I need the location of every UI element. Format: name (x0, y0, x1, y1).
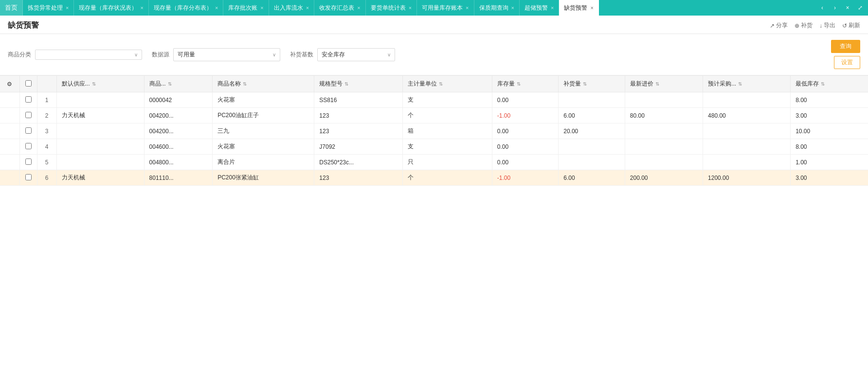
row-estimated-purchase-5: 1200.00 (703, 170, 791, 186)
filter-category-label: 商品分类 (8, 51, 31, 59)
header-checkbox[interactable] (25, 80, 32, 87)
th-replenish[interactable]: 补货量 ⇅ (559, 76, 625, 92)
row-name-1: PC200油缸庄子 (213, 108, 314, 123)
row-supplier-1: 力天机械 (56, 108, 144, 123)
tab-inventory-dist-close[interactable]: × (215, 5, 218, 11)
row-checkbox-cell-0 (19, 92, 37, 108)
tab-inventory-dist-label: 现存量（库存分布表） (154, 4, 212, 12)
tab-receipt-summary-close[interactable]: × (357, 5, 360, 11)
row-supplier-5: 力天机械 (56, 170, 144, 186)
table-container: ⚙ 默认供应... ⇅ 商品... (0, 75, 868, 186)
tab-inout-flow[interactable]: 出入库流水 × (269, 0, 314, 16)
row-checkbox-2[interactable] (25, 127, 32, 134)
tab-order-stats[interactable]: 要货单统计表 × (366, 0, 417, 16)
table-row: 5 004800... 离合片 DS250*23c... 只 0.00 1.00 (0, 155, 868, 170)
nav-prev-button[interactable]: ‹ (816, 2, 828, 14)
row-replenish-3 (559, 139, 625, 155)
tab-shortage[interactable]: 缺货预警 × (559, 0, 598, 16)
row-supplier-4 (56, 155, 144, 170)
tab-shortage-close[interactable]: × (590, 5, 593, 11)
share-icon: ↗ (770, 22, 775, 29)
tab-home[interactable]: 首页 (0, 0, 23, 16)
row-checkbox-1[interactable] (25, 112, 32, 118)
nav-fullscreen-button[interactable]: ⤢ (854, 2, 866, 14)
th-min-stock[interactable]: 最低库存 ⇅ (791, 76, 868, 92)
th-unit[interactable]: 主计量单位 ⇅ (402, 76, 492, 92)
nav-tabs: 首页 拣货异常处理 × 现存量（库存状况表） × 现存量（库存分布表） × 库存… (0, 0, 868, 16)
row-replenish-0 (559, 92, 625, 108)
tab-batch-account-label: 库存批次账 (228, 4, 257, 12)
tab-batch-account-close[interactable]: × (260, 5, 263, 11)
tab-available-ledger[interactable]: 可用量库存账本 × (417, 0, 474, 16)
row-latest-price-2 (625, 123, 703, 139)
th-name-sort-icon: ⇅ (243, 81, 247, 87)
th-latest-price[interactable]: 最新进价 ⇅ (625, 76, 703, 92)
share-action[interactable]: ↗ 分享 (770, 21, 788, 30)
row-checkbox-cell-1 (19, 108, 37, 123)
nav-close-button[interactable]: × (842, 2, 853, 14)
tab-expiry-query-close[interactable]: × (511, 5, 514, 11)
row-code-0: 0000042 (144, 92, 213, 108)
nav-next-button[interactable]: › (829, 2, 841, 14)
tab-batch-account[interactable]: 库存批次账 × (223, 0, 269, 16)
th-name[interactable]: 商品名称 ⇅ (213, 76, 314, 92)
tab-expiry-query[interactable]: 保质期查询 × (474, 0, 520, 16)
tab-overstock-close[interactable]: × (551, 5, 554, 11)
th-code[interactable]: 商品... ⇅ (144, 76, 213, 92)
row-checkbox-3[interactable] (25, 143, 32, 149)
replenish-icon: ⊕ (795, 22, 799, 29)
tab-processing-close[interactable]: × (66, 5, 69, 11)
refresh-action[interactable]: ↺ 刷新 (842, 21, 860, 30)
row-index-0: 1 (37, 92, 56, 108)
th-gear[interactable]: ⚙ (0, 76, 19, 92)
row-spec-4: DS250*23c... (314, 155, 402, 170)
tab-receipt-summary[interactable]: 收发存汇总表 × (314, 0, 365, 16)
row-checkbox-cell-2 (19, 123, 37, 139)
export-icon: ↓ (819, 22, 822, 29)
query-button[interactable]: 查询 (831, 40, 860, 53)
tab-available-ledger-close[interactable]: × (466, 5, 469, 11)
row-checkbox-4[interactable] (25, 158, 32, 165)
nav-controls: ‹ › × ⤢ (816, 2, 868, 14)
th-estimated-purchase[interactable]: 预计采购... ⇅ (703, 76, 791, 92)
filter-replenish-base-chevron: ∨ (387, 52, 391, 57)
filter-replenish-base-value: 安全库存 (322, 51, 345, 59)
replenish-action[interactable]: ⊕ 补货 (795, 21, 813, 30)
table-row: 3 004200... 三九 123 箱 0.00 20.00 10.00 (0, 123, 868, 139)
row-name-3: 火花塞 (213, 139, 314, 155)
row-spec-0: SS816 (314, 92, 402, 108)
filter-category-select[interactable]: ∨ (35, 50, 142, 60)
row-checkbox-5[interactable] (25, 174, 32, 180)
row-unit-2: 箱 (402, 123, 492, 139)
row-stock-1: -1.00 (492, 108, 559, 123)
th-spec[interactable]: 规格型号 ⇅ (314, 76, 402, 92)
tab-inventory-status-close[interactable]: × (140, 5, 143, 11)
th-supplier[interactable]: 默认供应... ⇅ (56, 76, 144, 92)
th-estimated-purchase-sort-icon: ⇅ (738, 81, 742, 87)
row-unit-4: 只 (402, 155, 492, 170)
tab-inout-flow-label: 出入库流水 (274, 4, 303, 12)
settings-button[interactable]: 设置 (834, 56, 860, 69)
export-action[interactable]: ↓ 导出 (819, 21, 835, 30)
row-latest-price-0 (625, 92, 703, 108)
tab-overstock[interactable]: 超储预警 × (520, 0, 559, 16)
row-gear-4 (0, 155, 19, 170)
row-checkbox-0[interactable] (25, 96, 32, 103)
row-latest-price-4 (625, 155, 703, 170)
row-unit-1: 个 (402, 108, 492, 123)
th-stock-sort-icon: ⇅ (517, 81, 521, 87)
refresh-icon: ↺ (842, 22, 847, 29)
row-min-stock-5: 3.00 (791, 170, 868, 186)
tab-inventory-dist[interactable]: 现存量（库存分布表） × (149, 0, 223, 16)
filter-replenish-base-select[interactable]: 安全库存 ∨ (317, 48, 395, 61)
th-stock[interactable]: 库存量 ⇅ (492, 76, 559, 92)
filter-datasource-select[interactable]: 可用量 ∨ (173, 48, 280, 61)
th-code-sort-icon: ⇅ (168, 81, 172, 87)
tab-processing[interactable]: 拣货异常处理 × (23, 0, 74, 16)
tab-inout-flow-close[interactable]: × (306, 5, 309, 11)
table-row: 1 0000042 火花塞 SS816 支 0.00 8.00 (0, 92, 868, 108)
tab-overstock-label: 超储预警 (524, 4, 548, 12)
tab-processing-label: 拣货异常处理 (28, 4, 63, 12)
tab-order-stats-close[interactable]: × (409, 5, 412, 11)
tab-inventory-status[interactable]: 现存量（库存状况表） × (74, 0, 148, 16)
